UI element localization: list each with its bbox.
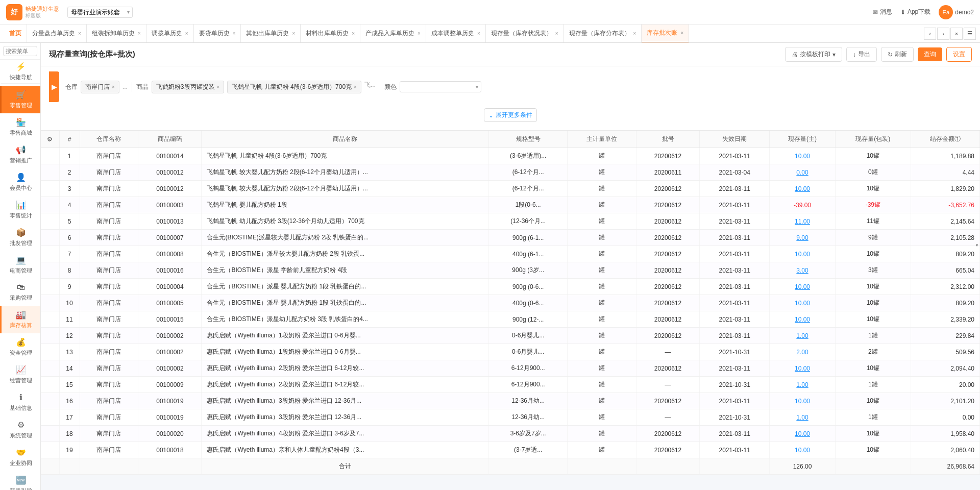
tab-menu-btn[interactable]: ☰: [964, 28, 976, 40]
row-qty[interactable]: 10.00: [770, 360, 835, 377]
row-settings[interactable]: [41, 311, 59, 328]
sidebar-item-guide[interactable]: 🆕 新手引导: [0, 471, 40, 490]
user-area[interactable]: Ea demo2: [939, 5, 974, 19]
row-qty[interactable]: 10.00: [770, 311, 835, 328]
row-settings[interactable]: [41, 409, 59, 426]
row-settings[interactable]: [41, 246, 59, 262]
tab-close-icon[interactable]: ×: [680, 30, 683, 36]
tab-prev-btn[interactable]: ‹: [924, 28, 936, 40]
tab-close-icon[interactable]: ×: [555, 31, 558, 36]
row-qty[interactable]: 10.00: [770, 148, 835, 164]
account-selector[interactable]: 母婴行业演示账套: [67, 7, 133, 18]
row-settings[interactable]: [41, 295, 59, 311]
row-qty[interactable]: 10.00: [770, 246, 835, 262]
sidebar-item-shortcut[interactable]: ⚡ 快捷导航: [0, 60, 40, 84]
row-qty[interactable]: 10.00: [770, 295, 835, 311]
sidebar-item-system[interactable]: ⚙ 系统管理: [0, 416, 40, 444]
print-btn[interactable]: 🖨 按模板打印 ▾: [785, 47, 842, 62]
tab-home[interactable]: 首页: [4, 24, 27, 43]
tab-cost[interactable]: 成本调整单历史 ×: [426, 24, 486, 43]
search-input[interactable]: [3, 46, 37, 56]
row-qty[interactable]: 1.00: [770, 377, 835, 393]
messages-btn[interactable]: ✉ 消息: [873, 8, 892, 16]
sidebar-item-marketing[interactable]: 📢 营销推广: [0, 141, 40, 168]
tab-yao-huo[interactable]: 要货单历史 ×: [194, 24, 241, 43]
row-settings[interactable]: [41, 360, 59, 377]
tab-close-icon[interactable]: ×: [633, 31, 636, 36]
row-qty[interactable]: 3.00: [770, 262, 835, 279]
sidebar-item-retail-stats[interactable]: 📊 零售统计: [0, 196, 40, 224]
tab-close-icon[interactable]: ×: [292, 31, 295, 36]
row-qty[interactable]: 10.00: [770, 279, 835, 295]
sidebar-item-member[interactable]: 👤 会员中心: [0, 168, 40, 196]
sidebar-item-enterprise[interactable]: 🤝 企业协同: [0, 444, 40, 471]
sidebar-item-retail-store[interactable]: 🏪 零售商城: [0, 113, 40, 141]
row-qty[interactable]: 11.00: [770, 213, 835, 230]
warehouse-more[interactable]: ...: [122, 83, 128, 90]
sidebar-item-wholesale[interactable]: 📦 批发管理 ▾: [0, 224, 40, 251]
row-qty[interactable]: 10.00: [770, 181, 835, 197]
account-select[interactable]: 母婴行业演示账套: [67, 7, 133, 18]
row-settings[interactable]: [41, 426, 59, 442]
tab-close-all-btn[interactable]: ×: [950, 28, 963, 40]
row-qty[interactable]: 9.00: [770, 230, 835, 246]
tab-inventory-batch[interactable]: 库存批次账 ×: [642, 24, 689, 43]
row-settings[interactable]: [41, 442, 59, 458]
sidebar-item-purchase[interactable]: 🛍 采购管理: [0, 279, 40, 306]
row-qty[interactable]: 10.00: [770, 426, 835, 442]
sidebar-item-operations[interactable]: 📈 经营管理: [0, 361, 40, 388]
tab-close-icon[interactable]: ×: [138, 31, 141, 36]
row-settings[interactable]: [41, 393, 59, 409]
row-settings[interactable]: [41, 148, 59, 164]
row-qty[interactable]: 1.00: [770, 328, 835, 344]
refresh-btn[interactable]: ↻ 刷新: [881, 47, 914, 62]
tab-close-icon[interactable]: ×: [352, 31, 355, 36]
tab-material-out[interactable]: 材料出库单历史 ×: [301, 24, 360, 43]
row-qty[interactable]: 2.00: [770, 344, 835, 360]
filter-toggle-btn[interactable]: ▶: [49, 71, 59, 102]
row-settings[interactable]: [41, 164, 59, 181]
tab-close-icon[interactable]: ×: [418, 31, 421, 36]
tab-close-icon[interactable]: ×: [477, 31, 480, 36]
product-more[interactable]: 飞...: [364, 81, 376, 93]
row-settings[interactable]: [41, 213, 59, 230]
sidebar-item-basics[interactable]: ℹ 基础信息: [0, 388, 40, 416]
tab-zu-chai[interactable]: 组装拆卸单历史 ×: [87, 24, 146, 43]
settings-btn[interactable]: 设置: [946, 47, 972, 62]
row-qty[interactable]: 10.00: [770, 442, 835, 458]
row-settings[interactable]: [41, 181, 59, 197]
tab-product-in[interactable]: 产成品入库单历史 ×: [360, 24, 426, 43]
color-select[interactable]: [400, 81, 481, 92]
sidebar-item-ecommerce[interactable]: 💻 电商管理: [0, 251, 40, 279]
sidebar-item-finance[interactable]: 💰 资金管理: [0, 333, 40, 361]
export-btn[interactable]: ↓ 导出: [846, 47, 877, 62]
row-settings[interactable]: [41, 262, 59, 279]
tab-tiao-bo[interactable]: 调拨单历史 ×: [146, 24, 194, 43]
row-settings[interactable]: [41, 197, 59, 213]
row-settings[interactable]: [41, 279, 59, 295]
row-settings[interactable]: [41, 344, 59, 360]
tab-fen-pan[interactable]: 分量盘点单历史 ×: [27, 24, 87, 43]
tab-other-out[interactable]: 其他出库单历史 ×: [241, 24, 301, 43]
sidebar-item-retail-mgmt[interactable]: 🛒 零售管理 ▾: [0, 86, 40, 113]
tab-close-icon[interactable]: ×: [233, 31, 236, 36]
product-tag-2-close[interactable]: ×: [354, 84, 357, 90]
warehouse-tag-close[interactable]: ×: [112, 84, 115, 90]
sidebar-item-inventory[interactable]: 🏭 库存核算: [0, 306, 40, 333]
tab-stock-dist[interactable]: 现存量（库存分布表） ×: [564, 24, 642, 43]
query-btn[interactable]: 查询: [918, 47, 942, 61]
row-settings[interactable]: [41, 377, 59, 393]
row-settings[interactable]: [41, 230, 59, 246]
tab-close-icon[interactable]: ×: [78, 31, 81, 36]
app-download-btn[interactable]: ⬇ App下载: [900, 8, 930, 16]
row-settings[interactable]: [41, 328, 59, 344]
expand-conditions-btn[interactable]: ⌄ 展开更多条件: [484, 108, 537, 122]
row-qty[interactable]: 10.00: [770, 393, 835, 409]
product-tag-1-close[interactable]: ×: [217, 84, 220, 90]
row-qty[interactable]: -39.00: [770, 197, 835, 213]
tab-close-icon[interactable]: ×: [185, 31, 188, 36]
row-qty[interactable]: 1.00: [770, 409, 835, 426]
tab-stock-status[interactable]: 现存量（库存状况表） ×: [486, 24, 564, 43]
tab-next-btn[interactable]: ›: [937, 28, 949, 40]
row-qty[interactable]: 0.00: [770, 164, 835, 181]
